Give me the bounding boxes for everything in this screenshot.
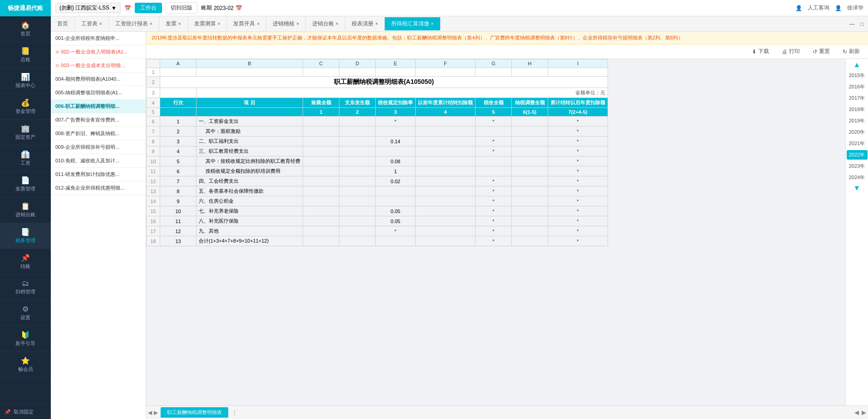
left-panel-item-003[interactable]: ⊙ 003-一般企业成本支出明细...: [51, 59, 146, 73]
left-panel-item-002[interactable]: ⊙ 002-一般企业收入明细表(A1...: [51, 45, 146, 59]
tab-income-tax-close[interactable]: ×: [431, 21, 434, 26]
tab-minimize-icon[interactable]: —: [848, 20, 857, 28]
scroll-right-icon[interactable]: ▶: [862, 409, 866, 416]
year-2015[interactable]: 2015年: [847, 71, 868, 80]
sidebar-item-settings[interactable]: ⚙ 设置: [0, 300, 51, 326]
sidebar-label-archive: 归档管理: [15, 288, 35, 295]
data-row-9: 9 4 三、职工教育经费支出 * *: [147, 146, 608, 156]
refresh-button[interactable]: ↻ 刷新: [839, 46, 863, 57]
tab-sales-ledger-close[interactable]: ×: [336, 21, 338, 26]
sidebar-item-member[interactable]: ⭐ 畅会员: [0, 352, 51, 378]
guide-icon: 🔰: [21, 331, 30, 339]
bottom-nav-left[interactable]: ◀: [148, 409, 152, 416]
old-version-button[interactable]: 切到旧版: [166, 2, 197, 14]
sidebar-item-funds[interactable]: 💰 资金管理: [0, 94, 51, 120]
tab-income-tax[interactable]: 所得税汇算清缴 ×: [385, 17, 441, 30]
period-selector[interactable]: 账期 2023-02 📅: [201, 4, 242, 12]
title-row: 2 职工薪酬纳税调整明细表(A105050): [147, 77, 608, 88]
sidebar-item-close[interactable]: 📌 结账: [0, 249, 51, 275]
year-2024[interactable]: 2024年: [847, 173, 868, 182]
tab-payroll[interactable]: 工资表 ×: [75, 17, 109, 30]
bottom-sheet-tab[interactable]: 职工薪酬纳税调整明细表: [161, 407, 228, 418]
main-area: (勿删) 江西皖宝-LSS ▼ 📅 工作台 切到旧版 账期 2023-02 📅 …: [51, 0, 868, 419]
tab-maximize-icon[interactable]: □: [858, 20, 865, 28]
tab-tax-register-close[interactable]: ×: [375, 21, 378, 26]
tab-sales-ledger[interactable]: 进销台账 ×: [306, 17, 345, 30]
error-icon-002: ⊙: [55, 49, 61, 54]
bottom-options-icon[interactable]: ⋮: [232, 409, 237, 416]
tab-invoice-issue[interactable]: 发票开具 ×: [227, 17, 266, 30]
spreadsheet-main[interactable]: A B C D E F G H I: [146, 59, 845, 405]
user-name: 徐泽华: [847, 4, 863, 12]
data-row-11: 11 6 按税收规定全额扣除的职培训费用 1 *: [147, 166, 608, 176]
user-service-icon: 👤: [795, 5, 802, 11]
left-panel-item-005[interactable]: 005-纳税调整项目明细表(A1...: [51, 86, 146, 100]
tab-home[interactable]: 首页: [51, 17, 75, 30]
col-num-7: 7(2+4-5): [548, 108, 608, 117]
year-2021[interactable]: 2021年: [847, 139, 868, 148]
year-up-button[interactable]: ▲: [853, 61, 861, 69]
sidebar-item-invoice[interactable]: 📄 发票管理: [0, 171, 51, 197]
spreadsheet-container: A B C D E F G H I: [146, 59, 868, 405]
sidebar-item-tax[interactable]: 📑 税务管理: [0, 223, 51, 249]
tab-invoice-close[interactable]: ×: [178, 21, 181, 26]
col-num-1: 1: [303, 108, 339, 117]
left-panel-item-008[interactable]: 008-资产折旧、摊销及纳税...: [51, 127, 146, 141]
left-panel-item-001[interactable]: 001-企业所得税年度纳税申...: [51, 32, 146, 45]
sales-ledger-icon: 📋: [21, 202, 30, 210]
year-2019[interactable]: 2019年: [847, 116, 868, 126]
download-button[interactable]: ⬇ 下载: [748, 46, 773, 57]
content-area: 001-企业所得税年度纳税申... ⊙ 002-一般企业收入明细表(A1... …: [51, 32, 868, 419]
tab-invoice-issue-close[interactable]: ×: [257, 21, 260, 26]
sidebar-unpin-button[interactable]: 📌 取消固定: [0, 405, 51, 419]
scroll-left-icon[interactable]: ◀: [854, 409, 859, 416]
left-panel-item-006[interactable]: 006-职工薪酬纳税调整明细...: [51, 100, 146, 113]
year-2020[interactable]: 2020年: [847, 127, 868, 137]
col-header-d: 支东发生额: [339, 98, 376, 108]
left-panel-item-011[interactable]: 011-研发费用加计扣除优惠...: [51, 168, 146, 181]
year-2016[interactable]: 2016年: [847, 82, 868, 92]
sidebar-item-archive[interactable]: 🗂 归档管理: [0, 275, 51, 300]
print-icon: 🖨: [782, 49, 787, 55]
left-panel-item-007[interactable]: 007-广告费和业务宣传费跨...: [51, 113, 146, 127]
tab-invoice[interactable]: 发票 ×: [159, 17, 188, 30]
sidebar-item-payroll[interactable]: 👔 工资: [0, 146, 51, 171]
tab-payroll-stats-close[interactable]: ×: [150, 21, 152, 26]
sidebar-item-guide[interactable]: 🔰 新手引导: [0, 326, 51, 352]
refresh-icon: ↻: [843, 49, 847, 55]
year-down-button[interactable]: ▼: [853, 184, 861, 192]
bottom-nav-right[interactable]: ▶: [154, 409, 158, 416]
tab-sales-check-close[interactable]: ×: [296, 21, 299, 26]
col-header-f: 以前年度累计结转扣除额: [416, 98, 476, 108]
tab-payroll-stats[interactable]: 工资统计报表 ×: [109, 17, 159, 30]
calendar-icon: 📅: [124, 5, 131, 11]
tab-tax-register[interactable]: 税表清册 ×: [345, 17, 385, 30]
left-panel-item-004[interactable]: 004-期间费用明细表(A1040...: [51, 73, 146, 86]
year-2023[interactable]: 2023年: [847, 161, 868, 171]
assets-icon: 🏢: [21, 124, 30, 133]
sidebar-item-ledger[interactable]: 📒 总账: [0, 42, 51, 68]
tab-invoice-calc[interactable]: 发票测算 ×: [188, 17, 227, 30]
company-selector[interactable]: (勿删) 江西皖宝-LSS ▼: [55, 3, 121, 13]
year-2022[interactable]: 2022年: [847, 150, 868, 160]
tab-invoice-calc-close[interactable]: ×: [218, 21, 221, 26]
col-header-i: 累计结转以后年度扣除额: [548, 98, 608, 108]
reset-button[interactable]: ↺ 重置: [809, 46, 834, 57]
year-2017[interactable]: 2017年: [847, 93, 868, 103]
reset-icon: ↺: [813, 49, 817, 55]
company-name: (勿删) 江西皖宝-LSS: [59, 4, 109, 12]
left-panel-item-012[interactable]: 012-减免企业所得税优惠明细...: [51, 181, 146, 195]
tab-sales-ledger-label: 进销台账: [312, 20, 334, 28]
sidebar-item-assets[interactable]: 🏢 固定资产: [0, 120, 51, 146]
tab-payroll-close[interactable]: ×: [99, 21, 102, 26]
left-panel-item-010[interactable]: 010-免税、减收收入及加计...: [51, 154, 146, 168]
left-panel-item-009[interactable]: 009-企业所得税弥补亏损明...: [51, 141, 146, 154]
sidebar-item-home[interactable]: 🏠 首页: [0, 16, 51, 42]
user-service-label[interactable]: 人工客询: [808, 4, 829, 12]
year-2018[interactable]: 2018年: [847, 105, 868, 114]
tab-sales-check[interactable]: 进销稽核 ×: [266, 17, 306, 30]
workspace-button[interactable]: 工作台: [135, 3, 162, 13]
sidebar-item-sales-ledger[interactable]: 📋 进销台账: [0, 197, 51, 223]
print-button[interactable]: 🖨 打印: [778, 46, 804, 57]
sidebar-item-reports[interactable]: 📊 报表中心: [0, 68, 51, 94]
